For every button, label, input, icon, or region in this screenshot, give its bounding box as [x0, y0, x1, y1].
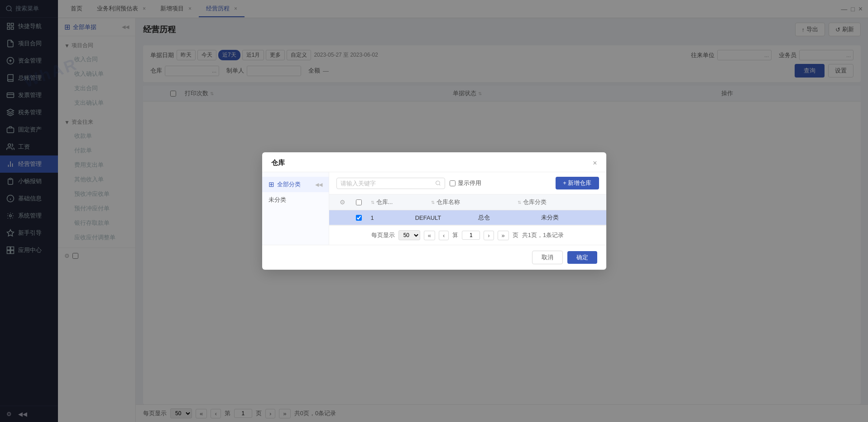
row-category-value: 未分类	[541, 213, 559, 222]
dialog-per-page-select[interactable]: 50	[398, 230, 420, 240]
dialog-close-button[interactable]: ×	[593, 160, 597, 167]
dialog-per-page-label: 每页显示	[371, 231, 395, 239]
svg-line-27	[439, 184, 440, 185]
row-warehouse-name: 总仓	[475, 213, 537, 222]
dialog-col-cat-label: 仓库分类	[523, 198, 547, 206]
row-name: DEFAULT	[412, 214, 475, 221]
row-category: 未分类	[537, 213, 600, 222]
dialog-page-suffix: 页	[513, 231, 518, 239]
dialog-cancel-button[interactable]: 取消	[532, 251, 563, 264]
dialog-col-settings: ⚙	[335, 199, 351, 206]
dialog-prev-btn[interactable]: ‹	[439, 231, 449, 240]
svg-point-26	[436, 181, 440, 185]
dialog-next-btn[interactable]: ›	[484, 231, 494, 240]
add-warehouse-label: + 新增仓库	[563, 179, 591, 187]
dialog-col-cat: ⇅ 仓库分类	[514, 198, 601, 206]
settings-icon: ⚙	[340, 199, 345, 206]
show-disabled-text: 显示停用	[458, 179, 481, 187]
dialog-first-btn[interactable]: «	[424, 231, 435, 240]
dialog-body: ⊞ 全部分类 ◀◀ 未分类 显示停用	[262, 172, 606, 245]
dialog-sidebar: ⊞ 全部分类 ◀◀ 未分类	[262, 172, 329, 245]
dialog-select-all[interactable]	[356, 199, 362, 205]
dialog-sidebar-uncategorized[interactable]: 未分类	[262, 192, 329, 208]
dialog-confirm-button[interactable]: 确定	[567, 251, 597, 264]
collapse-dialog-sidebar-icon[interactable]: ◀◀	[315, 182, 322, 188]
show-disabled-label[interactable]: 显示停用	[450, 179, 481, 187]
dialog-page-input[interactable]	[462, 231, 480, 240]
dialog-sidebar-uncategorized-label: 未分类	[269, 196, 286, 204]
dialog-header: 仓库 ×	[262, 152, 606, 172]
dialog-search-box	[336, 178, 445, 189]
dialog-table: ⚙ ⇅ 仓库... ⇅ 仓库名称	[329, 194, 606, 225]
dialog-col-check	[351, 199, 367, 205]
dialog-actions: 取消 确定	[262, 245, 606, 270]
dialog-col-id: ⇅ 仓库...	[367, 198, 427, 206]
row-warehouse-name-value: 总仓	[478, 213, 490, 222]
warehouse-dialog: 仓库 × ⊞ 全部分类 ◀◀ 未分类	[262, 152, 606, 270]
dialog-col-name: ⇅ 仓库名称	[427, 198, 514, 206]
dialog-table-header: ⚙ ⇅ 仓库... ⇅ 仓库名称	[329, 194, 606, 210]
grid-icon: ⊞	[269, 180, 274, 189]
dialog-last-btn[interactable]: »	[498, 231, 509, 240]
dialog-col-id-label: 仓库...	[376, 198, 393, 206]
dialog-page-label: 算	[452, 231, 458, 239]
dialog-title: 仓库	[271, 159, 285, 167]
dialog-table-row[interactable]: 1 DEFAULT 总仓 未分类	[329, 210, 606, 225]
row-id: 1	[367, 214, 412, 221]
row-check	[351, 215, 367, 221]
dialog-content: 显示停用 + 新增仓库 ⚙	[329, 172, 606, 245]
row-name-code: DEFAULT	[415, 214, 441, 221]
add-warehouse-button[interactable]: + 新增仓库	[556, 177, 599, 189]
dialog-sidebar-all-label: 全部分类	[277, 180, 301, 189]
show-disabled-checkbox[interactable]	[450, 180, 456, 186]
dialog-pagination: 每页显示 50 « ‹ 算 › » 页 共1页，1条记录	[329, 225, 606, 245]
row-id-value: 1	[371, 214, 374, 221]
dialog-overlay: 仓库 × ⊞ 全部分类 ◀◀ 未分类	[0, 0, 868, 422]
dialog-sidebar-all[interactable]: ⊞ 全部分类 ◀◀	[262, 177, 329, 192]
dialog-toolbar: 显示停用 + 新增仓库	[329, 172, 606, 194]
dialog-total: 共1页，1条记录	[522, 231, 564, 239]
dialog-search-input[interactable]	[340, 180, 432, 187]
dialog-col-name-label: 仓库名称	[436, 198, 460, 206]
row-checkbox[interactable]	[356, 215, 362, 221]
search-icon	[435, 180, 441, 186]
